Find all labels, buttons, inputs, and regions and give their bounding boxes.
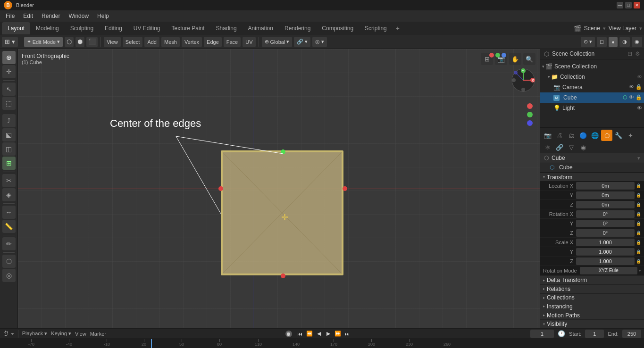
props-tab-object[interactable]: ⬡ [601,130,612,141]
delta-transform-header[interactable]: ▸ Delta Transform [540,275,644,284]
relations-header[interactable]: ▸ Relations [540,284,644,293]
props-tab-view-layer[interactable]: 🗂 [566,130,577,141]
start-frame-input[interactable]: 1 [585,330,604,338]
props-tab-physics[interactable]: ⚛ [542,141,553,153]
marker-menu[interactable]: Marker [90,331,106,337]
mode-selector[interactable]: ✦ Edit Mode ▾ [24,37,63,47]
tab-scripting[interactable]: Scripting [359,22,393,34]
props-tab-constraints[interactable]: 🔗 [554,141,565,153]
step-back-btn[interactable]: ⏪ [305,330,314,338]
location-x-lock[interactable]: 🔒 [636,183,641,188]
menu-file[interactable]: File [2,12,18,20]
menu-edit[interactable]: Edit [19,12,37,20]
current-frame-display[interactable]: 1 [530,330,554,338]
outliner-item-collection[interactable]: ▾ 📁 Collection 👁 [540,72,644,82]
measure-tool[interactable]: 📏 [2,220,16,233]
location-y-lock[interactable]: 🔒 [636,193,641,198]
camera-restrict-icon[interactable]: 🔒 [636,84,642,90]
tab-editing[interactable]: Editing [99,22,128,34]
outliner-settings-icon[interactable]: ⚙ [635,50,640,57]
rotation-mode-value[interactable]: XYZ Eule [580,267,637,274]
extrude-tool[interactable]: ⤴ [2,114,16,127]
play-btn[interactable]: ▶ [324,330,333,338]
keying-menu[interactable]: Keying ▾ [51,331,71,337]
inset-tool[interactable]: ⬕ [2,128,16,141]
location-z-lock[interactable]: 🔒 [636,202,641,207]
tab-uv-editing[interactable]: UV Editing [128,22,166,34]
scale-y-value[interactable]: 1.000 [576,248,635,256]
select-face-btn[interactable]: ⬛ [86,37,98,47]
viewport-3d[interactable]: ✛ Center of the edges Front Orthographic… [18,49,540,328]
record-button[interactable]: ⏺ [285,331,292,337]
tab-shading[interactable]: Shading [210,22,243,34]
scene-label[interactable]: Scene [584,25,600,32]
tab-modeling[interactable]: Modeling [30,22,65,34]
cube-eye-icon[interactable]: 👁 [629,94,634,100]
jump-start-btn[interactable]: ⏮ [296,330,304,338]
select-edge-btn[interactable]: ⬢ [75,37,84,47]
cube-restrict-icon[interactable]: 🔒 [636,94,642,100]
minimize-button[interactable]: — [617,2,623,8]
edge-menu[interactable]: Edge [204,37,222,47]
tab-compositing[interactable]: Compositing [316,22,359,34]
menu-window[interactable]: Window [65,12,92,20]
view-menu[interactable]: View [104,37,121,47]
location-z-value[interactable]: 0m [576,201,635,208]
tab-sculpting[interactable]: Sculpting [65,22,99,34]
playback-menu[interactable]: Playback ▾ [22,331,48,337]
play-reverse-btn[interactable]: ◀ [315,330,323,338]
tab-layout[interactable]: Layout [2,22,30,34]
snap-btn[interactable]: 🔗 ▾ [294,37,310,47]
props-tab-output[interactable]: 🖨 [554,130,565,141]
menu-render[interactable]: Render [38,12,64,20]
end-frame-input[interactable]: 250 [622,330,641,338]
viewport-shading-wire[interactable]: ◻ [597,37,607,47]
mesh-menu[interactable]: Mesh [161,37,180,47]
overlay-btn[interactable]: ⊙ ▾ [581,37,595,47]
view-layer-label[interactable]: View Layer [609,25,636,32]
polybuild-tool[interactable]: ◈ [2,188,16,201]
close-button[interactable]: ✕ [634,2,640,8]
instancing-header[interactable]: ▸ Instancing [540,302,644,311]
tab-texture-paint[interactable]: Texture Paint [166,22,210,34]
menu-help[interactable]: Help [93,12,113,20]
props-tab-material[interactable]: ◉ [577,141,589,153]
transform-tool[interactable]: ↔ [2,206,16,219]
outliner-item-cube[interactable]: M Cube ⬡ 👁 🔒 [540,92,644,103]
vertex-menu[interactable]: Vertex [182,37,202,47]
playhead[interactable] [151,339,152,348]
outliner-item-light[interactable]: 💡 Light 👁 [540,103,644,113]
proportional-edit-btn[interactable]: ◎ ▾ [312,37,327,47]
props-tab-world[interactable]: 🌐 [589,130,601,141]
view-menu-tl[interactable]: View [75,331,86,337]
props-tab-particles[interactable]: ✦ [625,130,636,141]
collections-header[interactable]: ▸ Collections [540,293,644,302]
rotation-z-value[interactable]: 0° [576,229,635,237]
tab-animation[interactable]: Animation [243,22,279,34]
box-select-tool[interactable]: ⬚ [2,97,16,110]
rotation-x-value[interactable]: 0° [576,210,635,218]
add-menu[interactable]: Add [144,37,159,47]
bevel-tool[interactable]: ◫ [2,142,16,156]
editor-type-btn[interactable]: ⊞ ▾ [2,37,18,47]
add-cube-tool[interactable]: ⬡ [2,255,16,268]
loop-cut-tool[interactable]: ⊞ [2,157,16,170]
motion-paths-header[interactable]: ▸ Motion Paths [540,311,644,320]
transform-orientation[interactable]: ⊕ Global ▾ [262,37,293,47]
scale-x-lock[interactable]: 🔒 [636,240,641,245]
rotation-x-lock[interactable]: 🔒 [636,212,641,216]
axis-gizmo-widget[interactable]: X Y [511,68,535,94]
viewport-shading-solid[interactable]: ● [609,37,618,47]
rotation-z-lock[interactable]: 🔒 [636,231,641,235]
location-x-value[interactable]: 0m [576,182,635,190]
outliner-item-camera[interactable]: 📷 Camera 👁 🔒 [540,82,644,92]
knife-tool[interactable]: ✂ [2,174,16,187]
select-menu[interactable]: Select [123,37,143,47]
visibility-header[interactable]: ▾ Visibility [540,319,644,328]
move-tool[interactable]: ✛ [2,65,16,78]
tab-rendering[interactable]: Rendering [279,22,316,34]
viewport-shading-render[interactable]: ◉ [632,37,642,47]
camera-eye-icon[interactable]: 👁 [629,84,634,90]
outliner-filter-icon[interactable]: ⊟ [627,50,632,57]
step-forward-btn[interactable]: ⏩ [334,330,342,338]
